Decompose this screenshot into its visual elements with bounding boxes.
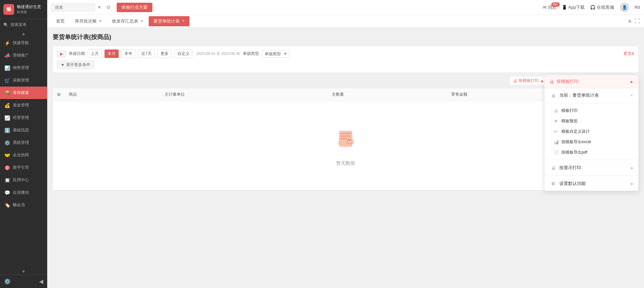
dropdown-item-template-excel[interactable]: 📊 按模板导出excel	[545, 137, 638, 147]
display-print-arrow: ▶	[631, 166, 634, 170]
sidebar-item-yingxiao[interactable]: 📣 营销推广	[0, 49, 47, 62]
tab-kucun-pipici-label: 库存批次账	[75, 18, 97, 24]
sidebar-item-kuaijie[interactable]: ⚡ 快捷导航	[0, 37, 47, 49]
date-label: 单据日期	[69, 51, 85, 57]
tab-kucun-pipici[interactable]: 库存批次账 ✕	[70, 16, 107, 26]
table-col-quantity: 主数量	[328, 88, 447, 101]
dropdown-print-icon: 🖨	[549, 79, 554, 84]
table-col-settings: ⚙	[53, 88, 65, 101]
date-btn-last7[interactable]: 近7天	[138, 50, 155, 58]
filter-row: ▶ 单据日期 上月 本月 本年 近7天 更多 自定义 2023-06-01 至 …	[57, 50, 634, 58]
current-template-icon: 🖨	[551, 93, 557, 98]
tab-close-yaohuodantongji[interactable]: ✕	[182, 19, 185, 23]
page-content: 要货单统计表(按商品) ▶ 单据日期 上月 本月 本年 近7天 更多 自定义 2…	[47, 28, 644, 288]
date-btn-more[interactable]: 更多	[157, 50, 172, 58]
sidebar-item-qiye-weixin[interactable]: 💬 企业微信	[0, 186, 47, 199]
exp-industry-button[interactable]: 体验行业方案	[117, 3, 152, 12]
finance-icon: 💰	[4, 103, 10, 108]
template-excel-icon: 📊	[554, 140, 559, 145]
topbar-left: ▼ ⚙ 体验行业方案	[51, 3, 543, 12]
username-label[interactable]: Rit	[635, 5, 640, 10]
system-icon: ⚙️	[4, 140, 10, 146]
collapse-icon[interactable]: ◀	[39, 278, 43, 285]
sidebar-item-caigou[interactable]: 🛒 采购管理	[0, 74, 47, 87]
expand-conditions-button[interactable]: ▼ 展开更多条件	[57, 61, 94, 69]
print-button[interactable]: 🖨 按模板打印 ▲	[509, 76, 548, 85]
window-controls: ✕ ⛶	[627, 18, 640, 24]
sidebar-item-jichu[interactable]: ℹ️ 基础信息	[0, 124, 47, 136]
dropdown-header[interactable]: 🖨 按模板打印 ▲	[545, 75, 638, 88]
tab-shoufahuizong-label: 收发存汇总表	[112, 18, 138, 24]
date-btn-thisyear[interactable]: 本年	[121, 50, 136, 58]
type-label: 单据类型	[243, 51, 259, 57]
dropdown-header-left: 🖨 按模板打印	[549, 78, 579, 85]
date-btn-custom[interactable]: 自定义	[174, 50, 193, 58]
dropdown-display-print[interactable]: 🖨 按显示打印 ▶	[545, 162, 638, 173]
template-print-icon: 🖨	[554, 108, 559, 113]
online-service-link[interactable]: 🎧 在线客服	[590, 4, 614, 10]
quick-nav-icon: ⚡	[4, 40, 10, 46]
print-icon: 🖨	[513, 78, 517, 83]
table-col-unit: 主计量单位	[160, 88, 328, 101]
date-btn-curmonth[interactable]: 本月	[105, 50, 119, 58]
dropdown-current-item[interactable]: 🖨 当前：要货单统计表 ▼	[545, 90, 638, 101]
topbar-message[interactable]: ✉ 消息 99+	[543, 4, 557, 10]
sidebar-logo: 畅 畅捷通好生意 标准版	[0, 0, 47, 19]
sidebar: 畅 畅捷通好生意 标准版 🔍 搜索菜单 ▲ ⚡ 快捷导航 📣 营销推广 📊 销售…	[0, 0, 47, 288]
type-select[interactable]: 单据类型	[262, 50, 289, 58]
purchase-icon: 🛒	[4, 78, 10, 83]
window-maximize-icon[interactable]: ⛶	[635, 18, 640, 24]
tab-bar: 首页 库存批次账 ✕ 收发存汇总表 ✕ 要货单统计表 ✕ ✕ ⛶	[47, 15, 644, 28]
date-range-display: 2023-06-01 至 2023-06-30	[197, 51, 240, 56]
sidebar-item-kucun[interactable]: 📦 库存核算	[0, 87, 47, 99]
sidebar-item-zijin[interactable]: 💰 资金管理	[0, 99, 47, 111]
settings-icon[interactable]: ⚙️	[4, 278, 11, 285]
date-btn-lastmonth[interactable]: 上月	[88, 50, 102, 58]
topbar-gear-icon[interactable]: ⚙	[106, 4, 111, 10]
sidebar-item-xiaoshou[interactable]: 📊 销售管理	[0, 62, 47, 74]
sidebar-item-xitong[interactable]: ⚙️ 系统管理	[0, 136, 47, 149]
window-close-icon[interactable]: ✕	[627, 18, 632, 24]
sidebar-item-yingyong[interactable]: 🔲 应用中心	[0, 174, 47, 186]
avatar-icon: 👤	[622, 5, 627, 10]
operation-icon: 📈	[4, 115, 10, 121]
sidebar-scroll-up[interactable]: ▲	[0, 30, 47, 37]
dropdown-divider-2	[545, 160, 638, 160]
marketing-icon: 📣	[4, 53, 10, 58]
message-badge: 99+	[551, 2, 560, 7]
sidebar-scroll-down[interactable]: ▼	[0, 268, 47, 275]
dropdown-item-template-preview[interactable]: 👁 模板预览	[545, 116, 638, 126]
dropdown-item-template-pdf[interactable]: 📄 按模板导出pdf	[545, 147, 638, 158]
tab-close-shoufahuizong[interactable]: ✕	[140, 19, 143, 23]
topbar-right: ✉ 消息 99+ 📱 App下载 🎧 在线客服 👤 Rit	[543, 3, 640, 12]
user-avatar[interactable]: 👤	[620, 3, 629, 12]
sales-icon: 📊	[4, 65, 10, 71]
dropdown-set-default[interactable]: ⚙ 设置默认功能 ▶	[545, 178, 638, 189]
topbar-dropdown-arrow[interactable]: ▼	[97, 5, 101, 10]
dropdown-item-template-print[interactable]: 🖨 模板打印	[545, 105, 638, 116]
main-content: ▼ ⚙ 体验行业方案 ✉ 消息 99+ 📱 App下载 🎧 在线客服 👤 Rit	[47, 0, 644, 288]
topbar-search-input[interactable]	[51, 3, 95, 11]
dropdown-section-current: 🖨 当前：要货单统计表 ▼	[545, 88, 638, 102]
guide-icon: 🎯	[4, 165, 10, 170]
yaohuodanlabel: 要货&	[623, 51, 634, 57]
filter-toggle-button[interactable]: ▶	[57, 51, 66, 57]
page-title: 要货单统计表(按商品)	[53, 33, 639, 41]
tab-shoufahuizong[interactable]: 收发存汇总表 ✕	[107, 16, 148, 26]
template-pdf-icon: 📄	[554, 150, 559, 155]
sidebar-search[interactable]: 🔍 搜索菜单	[0, 19, 47, 30]
tab-yaohuodantongji[interactable]: 要货单统计表 ✕	[149, 16, 189, 26]
sidebar-item-changhui[interactable]: 🏷️ 畅会员	[0, 199, 47, 211]
sidebar-item-xinshou[interactable]: 🎯 新手引导	[0, 161, 47, 174]
search-icon: 🔍	[3, 23, 8, 27]
app-download-link[interactable]: 📱 App下载	[562, 4, 585, 10]
sidebar-item-jingying[interactable]: 📈 经营管理	[0, 111, 47, 124]
dropdown-item-template-custom[interactable]: ✏ 模板自定义设计	[545, 126, 638, 137]
tab-close-kucun-pipici[interactable]: ✕	[99, 19, 102, 23]
svg-point-6	[347, 139, 352, 144]
sidebar-item-qiye[interactable]: 🤝 企业协同	[0, 149, 47, 161]
expand-icon: ▼	[61, 63, 65, 67]
dropdown-divider-1	[545, 103, 638, 103]
tab-home[interactable]: 首页	[51, 16, 69, 26]
sidebar-nav: ⚡ 快捷导航 📣 营销推广 📊 销售管理 🛒 采购管理 📦 库存核算 💰 资金管…	[0, 37, 47, 268]
